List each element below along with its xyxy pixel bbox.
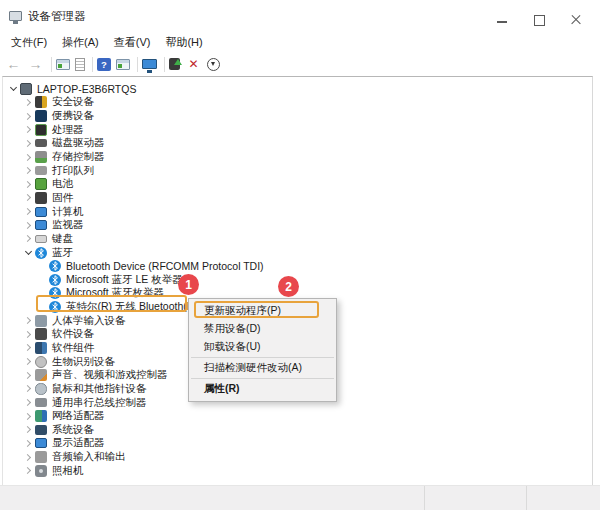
bluetooth-icon [49, 287, 61, 299]
chevron-right-icon[interactable] [22, 155, 35, 160]
scan-hardware-changes-icon[interactable] [207, 58, 220, 71]
bluetooth-icon [49, 301, 61, 313]
chevron-right-icon[interactable] [22, 427, 35, 432]
tree-item-label: 系统设备 [52, 423, 94, 437]
tree-item[interactable]: 蓝牙 [3, 246, 591, 260]
tree-item[interactable]: 系统设备 [3, 423, 591, 437]
tree-item-label: 通用串行总线控制器 [52, 396, 147, 410]
chevron-right-icon[interactable] [22, 441, 35, 446]
menu-separator [191, 378, 334, 379]
tree-item[interactable]: 照相机 [3, 464, 591, 478]
chevron-right-icon[interactable] [22, 359, 35, 364]
menu-file[interactable]: 文件(F) [8, 33, 50, 52]
chevron-right-icon[interactable] [22, 168, 35, 173]
tree-item[interactable]: 音频输入和输出 [3, 450, 591, 464]
help-icon[interactable] [97, 58, 111, 71]
taskbar-segment[interactable] [526, 486, 600, 510]
tree-item[interactable]: 便携设备 [3, 109, 591, 123]
chevron-right-icon[interactable] [22, 455, 35, 460]
chevron-right-icon[interactable] [22, 127, 35, 132]
console-window-icon[interactable] [56, 59, 70, 70]
chevron-right-icon[interactable] [22, 400, 35, 405]
taskbar-segment[interactable] [424, 486, 526, 510]
tree-item-label: 监视器 [52, 218, 84, 232]
context-menu-item[interactable]: 扫描检测硬件改动(A) [189, 359, 336, 377]
system-devices-icon [35, 425, 47, 435]
portable-devices-icon [35, 110, 47, 122]
context-menu-item[interactable]: 更新驱动程序(P) [189, 302, 336, 320]
tree-item[interactable]: 固件 [3, 191, 591, 205]
tree-item[interactable]: 安全设备 [3, 96, 591, 110]
tree-item[interactable]: 键盘 [3, 232, 591, 246]
menu-view[interactable]: 查看(V) [111, 33, 154, 52]
tree-item[interactable]: 电池 [3, 177, 591, 191]
tree-item[interactable]: 打印队列 [3, 164, 591, 178]
update-driver-icon[interactable] [169, 58, 180, 70]
tree-item-label: 英特尔(R) 无线 Bluetooth(R) [66, 300, 198, 314]
tree-item-label: 音频输入和输出 [52, 450, 126, 464]
chevron-right-icon[interactable] [22, 236, 35, 241]
tree-item[interactable]: 处理器 [3, 123, 591, 137]
chevron-right-icon[interactable] [22, 182, 35, 187]
export-list-icon[interactable] [75, 58, 85, 71]
security-devices-icon [35, 96, 47, 108]
close-icon[interactable] [566, 12, 586, 28]
tree-item-label: 安全设备 [52, 95, 94, 109]
tree-item-label: 生物识别设备 [52, 355, 115, 369]
taskbar-strip [0, 485, 600, 510]
tree-item-label: 计算机 [52, 205, 84, 219]
chevron-down-icon[interactable] [22, 249, 35, 256]
chevron-right-icon[interactable] [22, 345, 35, 350]
forward-icon[interactable] [27, 56, 44, 73]
menu-action[interactable]: 操作(A) [59, 33, 102, 52]
tree-item[interactable]: 显示适配器 [3, 437, 591, 451]
devices-by-type-icon[interactable] [142, 59, 157, 69]
laptop-icon [20, 83, 32, 95]
tree-item-label: 磁盘驱动器 [52, 136, 105, 150]
tree-item[interactable]: 磁盘驱动器 [3, 137, 591, 151]
toolbar-separator [164, 57, 165, 72]
chevron-right-icon[interactable] [22, 223, 35, 228]
tree-item-label: 软件组件 [52, 341, 94, 355]
chevron-right-icon[interactable] [22, 195, 35, 200]
chevron-down-icon[interactable] [7, 85, 20, 92]
sound-controllers-icon [35, 369, 47, 381]
tree-item[interactable]: 计算机 [3, 205, 591, 219]
chevron-right-icon[interactable] [22, 332, 35, 337]
tree-item-label: 人体学输入设备 [52, 314, 126, 328]
context-menu-item[interactable]: 属性(R) [189, 380, 336, 398]
tree-item-label: 电池 [52, 177, 73, 191]
back-icon[interactable] [5, 56, 22, 73]
chevron-right-icon[interactable] [22, 209, 35, 214]
tree-item-label: 存储控制器 [52, 150, 105, 164]
network-adapters-icon [35, 410, 47, 422]
menu-help[interactable]: 帮助(H) [162, 33, 205, 52]
hid-icon [35, 315, 47, 327]
context-menu-item[interactable]: 卸载设备(U) [189, 338, 336, 356]
storage-controllers-icon [35, 151, 47, 163]
tree-item[interactable]: 监视器 [3, 218, 591, 232]
tree-item[interactable]: LAPTOP-E3B6RTQS [3, 82, 591, 96]
firmware-icon [35, 192, 47, 204]
tree-item[interactable]: 网络适配器 [3, 409, 591, 423]
tree-item[interactable]: Bluetooth Device (RFCOMM Protocol TDI) [3, 259, 591, 273]
tree-item[interactable]: 存储控制器 [3, 150, 591, 164]
chevron-right-icon[interactable] [22, 373, 35, 378]
chevron-right-icon[interactable] [22, 114, 35, 119]
chevron-right-icon[interactable] [22, 141, 35, 146]
audio-io-icon [35, 451, 47, 463]
menu-bar: 文件(F) 操作(A) 查看(V) 帮助(H) [0, 32, 600, 52]
maximize-icon[interactable] [529, 12, 549, 28]
chevron-right-icon[interactable] [22, 414, 35, 419]
console-properties-icon[interactable] [116, 59, 130, 70]
step2-badge: 2 [278, 276, 299, 297]
chevron-right-icon[interactable] [22, 468, 35, 473]
chevron-right-icon[interactable] [22, 386, 35, 391]
minimize-icon[interactable] [492, 12, 512, 28]
context-menu-item[interactable]: 禁用设备(D) [189, 320, 336, 338]
uninstall-device-icon[interactable] [185, 56, 202, 73]
chevron-right-icon[interactable] [22, 318, 35, 323]
bluetooth-icon [49, 260, 61, 272]
chevron-right-icon[interactable] [22, 100, 35, 105]
device-manager-icon [9, 11, 22, 21]
